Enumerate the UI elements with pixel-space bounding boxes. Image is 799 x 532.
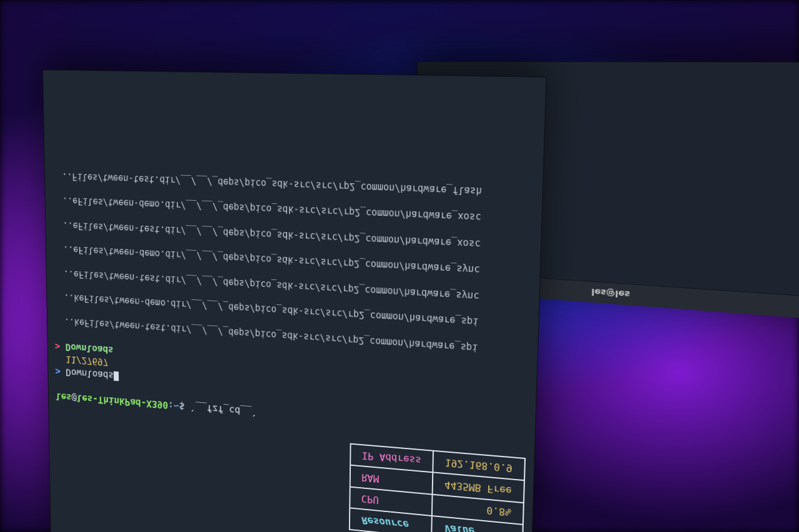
command-text: `__fzf_cd__` — [190, 402, 258, 418]
fzf-top-match[interactable]: Downloads — [66, 341, 114, 355]
fzf-results: ..keFiles/tween-test.dir/__/__/_deps/pic… — [52, 157, 534, 370]
desktop-stage: les@les > .py 24876/195142 (0) > app.py … — [0, 0, 799, 532]
list-item[interactable]: ..Files/tween-test.dir/__/__/_deps/pico_… — [52, 170, 534, 200]
status-table: Resource Value CPU 0.8% RAM 4435MB Free … — [349, 443, 526, 532]
fzf-count: 11/27697 — [66, 354, 108, 368]
cursor — [114, 371, 119, 381]
window-title-back: les@les — [591, 287, 630, 300]
terminal-body-front[interactable]: System Status Resource Value CPU 0.8% RA… — [42, 69, 547, 532]
terminal-window-front[interactable]: ✕ les@les-ThinkPad-X390: ~ System Status… — [42, 69, 547, 532]
fzf-pointer-icon: > — [55, 341, 61, 352]
fzf-query[interactable]: Downloads — [66, 367, 114, 382]
system-status-box: System Status Resource Value CPU 0.8% RA… — [348, 430, 526, 532]
shell-prompt[interactable]: les@les-ThinkPad-X390:~$ `__fzf_cd__` — [56, 390, 527, 440]
fzf-prompt-icon: > — [55, 365, 66, 377]
